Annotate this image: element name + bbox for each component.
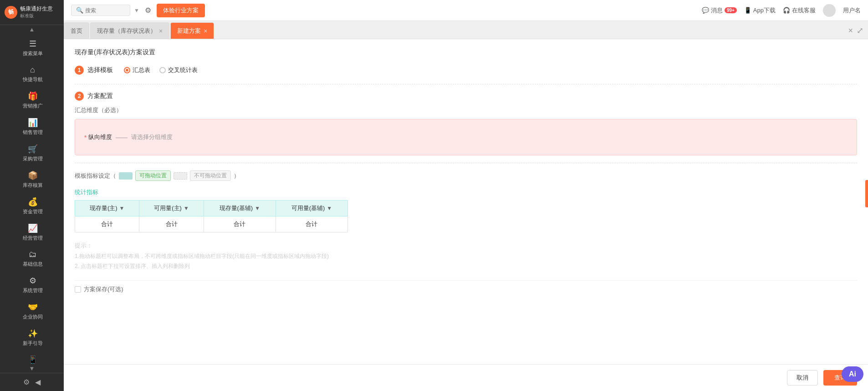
radio-cross[interactable]: 交叉统计表 bbox=[159, 66, 198, 74]
save-label: 方案保存(可选) bbox=[84, 285, 123, 293]
logo-badge: 标准版 bbox=[20, 13, 53, 19]
tab-home[interactable]: 首页 bbox=[64, 22, 89, 39]
indicator-label: 模板指标设定（ bbox=[75, 172, 116, 180]
step2-badge: 2 bbox=[75, 92, 84, 101]
sidebar-scroll-up[interactable]: ▲ bbox=[0, 25, 64, 34]
sidebar-item-marketing[interactable]: 🎁 营销推广 bbox=[0, 87, 64, 113]
sidebar-scroll-down[interactable]: ▼ bbox=[0, 364, 64, 373]
sidebar-item-finance[interactable]: 💰 资金管理 bbox=[0, 192, 64, 219]
col-dropdown-icon[interactable]: ▼ bbox=[119, 205, 125, 211]
col-dropdown-icon[interactable]: ▼ bbox=[327, 205, 332, 211]
movable-demo bbox=[119, 172, 133, 180]
save-checkbox[interactable] bbox=[75, 286, 81, 293]
stats-col-header[interactable]: 可用量(主)▼ bbox=[139, 201, 204, 216]
topbar-dropdown-icon[interactable]: ▼ bbox=[134, 7, 139, 14]
sidebar-menu: ☰ 搜索菜单 ⌂ 快捷导航 🎁 营销推广 📊 销售管理 🛒 采购管理 📦 库存核… bbox=[0, 34, 64, 364]
sidebar-icon-basic-info: 🗂 bbox=[29, 250, 37, 259]
tabbar: 首页 现存量（库存状况表） × 新建方案 × bbox=[64, 21, 868, 39]
step2-section: 2 方案配置 汇总维度（必选） * 纵向维度 —— 请选择分组维度 模板指标设定… bbox=[75, 92, 857, 271]
dimension-box[interactable]: * 纵向维度 —— 请选择分组维度 bbox=[75, 119, 857, 155]
stats-section: 统计指标 现存量(主)▼可用量(主)▼现存量(基辅)▼可用量(基辅)▼ 合计合计… bbox=[75, 188, 857, 232]
messages-button[interactable]: 💬 消息 99+ bbox=[702, 6, 737, 15]
right-edge-indicator[interactable] bbox=[865, 180, 868, 207]
sidebar-toggle-btn[interactable]: ◀ bbox=[34, 377, 41, 387]
messages-badge: 99+ bbox=[725, 7, 737, 13]
sidebar-item-sales[interactable]: 📊 销售管理 bbox=[0, 113, 64, 139]
search-box[interactable]: 🔍 bbox=[71, 5, 130, 16]
sidebar-label-marketing: 营销推广 bbox=[23, 103, 43, 109]
app-download-label: App下载 bbox=[753, 6, 776, 15]
message-icon: 💬 bbox=[702, 7, 709, 14]
stats-col-header[interactable]: 现存量(基辅)▼ bbox=[204, 201, 276, 216]
sidebar-label-search-menu: 搜索菜单 bbox=[23, 50, 43, 57]
sidebar-icon-finance: 💰 bbox=[28, 197, 38, 207]
sidebar-icon-enterprise: 🤝 bbox=[28, 302, 38, 312]
logo-icon: 畅 bbox=[5, 6, 17, 19]
sidebar-item-purchase[interactable]: 🛒 采购管理 bbox=[0, 139, 64, 166]
stats-col-agg: 合计 bbox=[75, 216, 139, 232]
radio-summary[interactable]: 汇总表 bbox=[124, 66, 150, 74]
service-label: 在线客服 bbox=[792, 6, 816, 15]
sidebar-item-app-center[interactable]: 📱 应用中心 bbox=[0, 350, 64, 364]
logo-text: 畅康通好生意 bbox=[20, 5, 53, 13]
tab-new-scheme-close[interactable]: × bbox=[204, 28, 207, 34]
sidebar-settings-btn[interactable]: ⚙ bbox=[22, 377, 31, 387]
sidebar-icon-operations: 📈 bbox=[28, 223, 38, 233]
step1-title: 选择模板 bbox=[87, 66, 113, 74]
radio-summary-label: 汇总表 bbox=[133, 66, 150, 74]
tab-inventory-close[interactable]: × bbox=[159, 28, 163, 34]
tab-new-scheme[interactable]: 新建方案 × bbox=[170, 22, 214, 39]
stats-agg-row: 合计合计合计合计 bbox=[75, 216, 348, 232]
window-controls: × ⤢ bbox=[843, 39, 868, 40]
sidebar-icon-sales: 📊 bbox=[28, 118, 38, 128]
topbar: 🔍 ▼ ⚙ 体验行业方案 💬 消息 99+ 📱 App下载 🎧 在线客服 用户名 bbox=[64, 0, 868, 21]
sidebar-icon-purchase: 🛒 bbox=[28, 144, 38, 154]
sidebar-label-purchase: 采购管理 bbox=[23, 155, 43, 162]
dimension-label: 纵向维度 bbox=[88, 133, 112, 141]
sidebar-item-newcomer[interactable]: ✨ 新手引导 bbox=[0, 324, 64, 350]
col-name: 可用量(主) bbox=[154, 204, 182, 212]
sidebar-item-enterprise[interactable]: 🤝 企业协同 bbox=[0, 298, 64, 324]
sidebar-label-system: 系统管理 bbox=[23, 287, 43, 294]
topbar-settings-icon[interactable]: ⚙ bbox=[145, 6, 151, 15]
sidebar-item-system[interactable]: ⚙ 系统管理 bbox=[0, 271, 64, 298]
username[interactable]: 用户名 bbox=[843, 6, 861, 15]
movable-label: 可拖动位置 bbox=[135, 170, 171, 181]
col-dropdown-icon[interactable]: ▼ bbox=[184, 205, 189, 211]
sidebar-item-basic-info[interactable]: 🗂 基础信息 bbox=[0, 245, 64, 271]
ai-badge[interactable]: Ai bbox=[842, 366, 863, 382]
radio-summary-circle bbox=[124, 67, 130, 73]
avatar bbox=[823, 4, 836, 17]
sidebar-icon-system: ⚙ bbox=[29, 276, 36, 286]
sidebar-label-operations: 经营管理 bbox=[23, 235, 43, 242]
sidebar-item-inventory[interactable]: 📦 库存核算 bbox=[0, 166, 64, 192]
divider-1 bbox=[75, 84, 857, 84]
trial-button[interactable]: 体验行业方案 bbox=[157, 4, 205, 17]
radio-cross-label: 交叉统计表 bbox=[168, 66, 198, 74]
col-dropdown-icon[interactable]: ▼ bbox=[255, 205, 260, 211]
tab-inventory-status[interactable]: 现存量（库存状况表） × bbox=[90, 22, 169, 39]
sidebar-label-basic-info: 基础信息 bbox=[23, 261, 43, 268]
sidebar-label-finance: 资金管理 bbox=[23, 208, 43, 215]
sidebar-item-quick-nav[interactable]: ⌂ 快捷导航 bbox=[0, 61, 64, 87]
save-option: 方案保存(可选) bbox=[75, 280, 857, 298]
service-button[interactable]: 🎧 在线客服 bbox=[783, 6, 816, 15]
step1-header: 1 选择模板 汇总表 交叉统计表 bbox=[75, 66, 857, 75]
sidebar-icon-quick-nav: ⌂ bbox=[30, 65, 35, 75]
cancel-button[interactable]: 取消 bbox=[787, 370, 818, 386]
stats-col-agg: 合计 bbox=[276, 216, 347, 232]
dimension-dash: —— bbox=[116, 134, 128, 141]
stats-table: 现存量(主)▼可用量(主)▼现存量(基辅)▼可用量(基辅)▼ 合计合计合计合计 bbox=[75, 200, 348, 232]
stats-header-row: 现存量(主)▼可用量(主)▼现存量(基辅)▼可用量(基辅)▼ bbox=[75, 201, 348, 216]
sidebar-item-search-menu[interactable]: ☰ 搜索菜单 bbox=[0, 34, 64, 61]
search-input[interactable] bbox=[85, 7, 122, 14]
sidebar-label-enterprise: 企业协同 bbox=[23, 314, 43, 320]
app-download-button[interactable]: 📱 App下载 bbox=[744, 6, 776, 15]
content-area: 现存量(库存状况表)方案设置 1 选择模板 汇总表 交叉统计表 bbox=[64, 39, 868, 391]
template-radio-group: 汇总表 交叉统计表 bbox=[124, 66, 198, 74]
topbar-right: 💬 消息 99+ 📱 App下载 🎧 在线客服 用户名 bbox=[702, 4, 861, 17]
stats-col-header[interactable]: 可用量(基辅)▼ bbox=[276, 201, 347, 216]
sidebar-logo: 畅 畅康通好生意 标准版 bbox=[0, 0, 64, 25]
stats-col-header[interactable]: 现存量(主)▼ bbox=[75, 201, 139, 216]
sidebar-item-operations[interactable]: 📈 经营管理 bbox=[0, 219, 64, 245]
